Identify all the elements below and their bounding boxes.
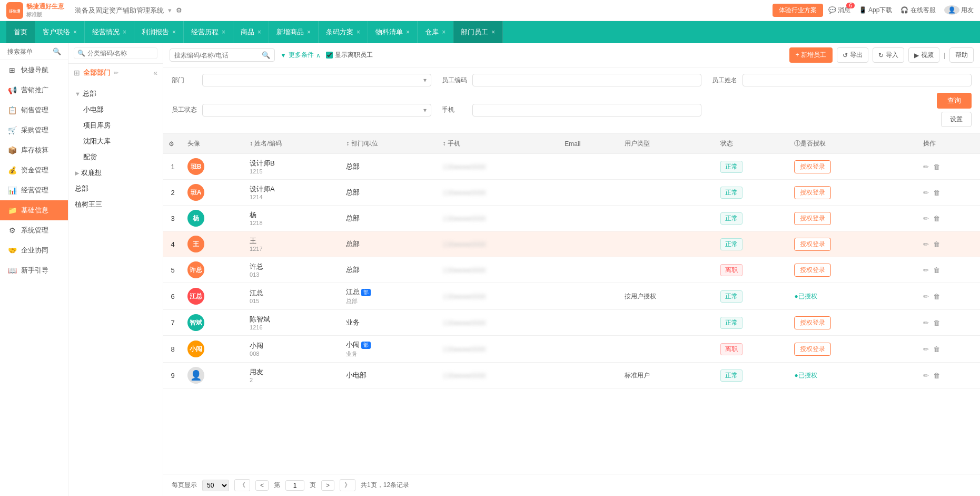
- sidebar-item-guide[interactable]: 📖 新手引导: [0, 260, 68, 280]
- dept-node-shenyang[interactable]: 沈阳大库: [68, 133, 163, 149]
- dept-node-hq[interactable]: 总部: [68, 181, 163, 197]
- close-icon[interactable]: ×: [307, 28, 311, 36]
- user-avatar[interactable]: 👤 用友: [944, 6, 974, 15]
- dept-node-zhishu[interactable]: 植树王三: [68, 197, 163, 212]
- tab-dept-employee[interactable]: 部门员工 ×: [453, 21, 503, 43]
- more-filter-button[interactable]: ▼ 更多条件 ∧: [280, 51, 321, 60]
- close-icon[interactable]: ×: [258, 28, 261, 36]
- delete-icon[interactable]: 🗑: [933, 372, 940, 380]
- sidebar-item-inventory[interactable]: 📦 库存核算: [0, 140, 68, 160]
- sidebar-item-enterprise[interactable]: 🤝 企业协同: [0, 240, 68, 260]
- query-button[interactable]: 查询: [937, 93, 972, 109]
- view-button[interactable]: ▶ 视频: [908, 47, 939, 63]
- col-name-code[interactable]: ↕ 姓名/编码: [244, 134, 341, 154]
- emp-name-filter-input[interactable]: [743, 74, 972, 86]
- tab-barcode[interactable]: 条码方案 ×: [319, 21, 368, 43]
- sidebar-search-input[interactable]: [7, 48, 50, 55]
- auth-login-button[interactable]: 授权登录: [794, 264, 831, 277]
- tab-home[interactable]: 首页: [6, 21, 35, 43]
- tab-customer[interactable]: 客户联络 ×: [35, 21, 85, 43]
- col-dept-position[interactable]: ↕ 部门/职位: [341, 134, 437, 154]
- add-employee-button[interactable]: + 新增员工: [789, 47, 833, 63]
- close-icon[interactable]: ×: [123, 28, 126, 36]
- dept-node-project-warehouse[interactable]: 项目库房: [68, 118, 163, 133]
- close-icon[interactable]: ×: [73, 28, 77, 36]
- gear-icon[interactable]: ⚙: [176, 6, 182, 14]
- try-industry-button[interactable]: 体验行业方案: [773, 4, 823, 17]
- sidebar-item-finance[interactable]: 💰 资金管理: [0, 160, 68, 180]
- export-button[interactable]: ↺ 导出: [837, 47, 868, 63]
- sidebar-item-operations[interactable]: 📊 经营管理: [0, 180, 68, 200]
- col-settings[interactable]: ⚙: [163, 134, 182, 154]
- dept-search-input[interactable]: [87, 50, 135, 57]
- collapse-icon[interactable]: «: [153, 69, 157, 77]
- edit-icon[interactable]: ✏: [923, 189, 929, 197]
- page-number-input[interactable]: [285, 480, 304, 491]
- import-button[interactable]: ↻ 导入: [873, 47, 904, 63]
- show-resigned-checkbox-area[interactable]: 显示离职员工: [326, 51, 373, 60]
- delete-icon[interactable]: 🗑: [933, 293, 940, 300]
- edit-icon[interactable]: ✏: [923, 215, 929, 222]
- edit-dept-icon[interactable]: ✏: [114, 70, 118, 76]
- auth-login-button[interactable]: 授权登录: [794, 212, 831, 225]
- tab-warehouse[interactable]: 仓库 ×: [418, 21, 453, 43]
- sidebar-item-marketing[interactable]: 📢 营销推广: [0, 80, 68, 100]
- tab-goods[interactable]: 商品 ×: [233, 21, 269, 43]
- auth-login-button[interactable]: 授权登录: [794, 160, 831, 173]
- close-icon[interactable]: ×: [491, 28, 495, 36]
- delete-icon[interactable]: 🗑: [933, 189, 940, 197]
- last-page-button[interactable]: 》: [340, 479, 355, 491]
- dropdown-arrow[interactable]: ▾: [168, 6, 172, 14]
- tab-add-goods[interactable]: 新增商品 ×: [269, 21, 319, 43]
- sidebar-item-sales[interactable]: 📋 销售管理: [0, 100, 68, 120]
- edit-icon[interactable]: ✏: [923, 240, 929, 248]
- sidebar-item-system[interactable]: ⚙ 系统管理: [0, 220, 68, 240]
- next-page-button[interactable]: >: [321, 480, 334, 491]
- delete-icon[interactable]: 🗑: [933, 345, 940, 353]
- per-page-select[interactable]: 50 100: [202, 480, 229, 491]
- col-phone[interactable]: ↕ 手机: [438, 134, 560, 154]
- edit-icon[interactable]: ✏: [923, 345, 929, 353]
- close-icon[interactable]: ×: [222, 28, 225, 36]
- delete-icon[interactable]: 🗑: [933, 215, 940, 222]
- close-icon[interactable]: ×: [406, 28, 410, 36]
- tab-operations-status[interactable]: 经营情况 ×: [85, 21, 134, 43]
- edit-icon[interactable]: ✏: [923, 163, 929, 171]
- close-icon[interactable]: ×: [172, 28, 176, 36]
- dept-filter-select[interactable]: ▾: [202, 74, 431, 86]
- auth-login-button[interactable]: 授权登录: [794, 238, 831, 251]
- close-icon[interactable]: ×: [442, 28, 446, 36]
- phone-filter-input[interactable]: [472, 104, 701, 116]
- all-dept-label[interactable]: 全部部门: [83, 68, 111, 77]
- prev-page-button[interactable]: <: [255, 480, 269, 491]
- set-button[interactable]: 设置: [941, 112, 972, 127]
- sidebar-item-basic-info[interactable]: 📁 基础信息: [0, 200, 68, 220]
- sidebar-item-quick-nav[interactable]: ⊞ 快捷导航: [0, 60, 68, 80]
- first-page-button[interactable]: 《: [234, 479, 250, 491]
- help-button[interactable]: 帮助: [949, 47, 974, 63]
- delete-icon[interactable]: 🗑: [933, 319, 940, 327]
- delete-icon[interactable]: 🗑: [933, 240, 940, 248]
- edit-icon[interactable]: ✏: [923, 372, 929, 380]
- app-download[interactable]: 📱 App下载: [859, 6, 892, 15]
- tab-profit[interactable]: 利润报告 ×: [134, 21, 184, 43]
- delete-icon[interactable]: 🗑: [933, 163, 940, 171]
- auth-login-button[interactable]: 授权登录: [794, 316, 831, 329]
- dept-node-distribution[interactable]: 配货: [68, 149, 163, 165]
- delete-icon[interactable]: 🗑: [933, 266, 940, 274]
- auth-login-button[interactable]: 授权登录: [794, 186, 831, 199]
- dept-node-headquarters-parent[interactable]: ▼ 总部: [68, 86, 163, 102]
- dept-node-small-elec[interactable]: 小电部: [68, 102, 163, 118]
- online-service[interactable]: 🎧 在线客服: [900, 6, 935, 15]
- show-resigned-checkbox[interactable]: [326, 52, 333, 59]
- employee-search-input[interactable]: [174, 52, 259, 59]
- emp-status-filter-select[interactable]: ▾: [202, 104, 431, 116]
- auth-login-button[interactable]: 授权登录: [794, 343, 831, 356]
- sidebar-item-purchase[interactable]: 🛒 采购管理: [0, 120, 68, 140]
- edit-icon[interactable]: ✏: [923, 319, 929, 327]
- dept-node-shuanglu[interactable]: ▶ 双鹿想: [68, 165, 163, 181]
- tab-operations-history[interactable]: 经营历程 ×: [184, 21, 233, 43]
- edit-icon[interactable]: ✏: [923, 293, 929, 300]
- edit-icon[interactable]: ✏: [923, 266, 929, 274]
- message-icon[interactable]: 💬 消息 6: [828, 6, 850, 15]
